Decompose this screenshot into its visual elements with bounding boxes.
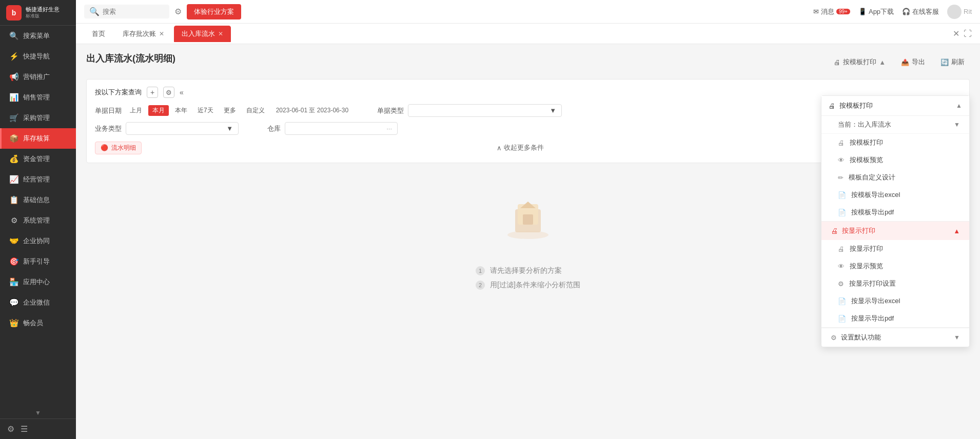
template-custom-label: 模板自定义设计 — [849, 173, 895, 182]
date-tab-prev-month[interactable]: 上月 — [126, 105, 146, 116]
sidebar-item-label: 新手引导 — [23, 257, 50, 266]
template-custom-icon: ✏ — [838, 174, 844, 182]
collapse-more-button[interactable]: ∧ 收起更多条件 — [497, 143, 544, 152]
filter-label: 按以下方案查询 — [95, 88, 142, 97]
sidebar-item-inventory[interactable]: 📦 库存核算 — [0, 128, 76, 149]
flow-detail-tag[interactable]: 🔴 流水明细 — [95, 142, 142, 154]
message-icon: ✉ — [813, 8, 819, 15]
bill-type-select[interactable]: ▼ — [408, 104, 562, 117]
business-type-select[interactable]: ▼ — [126, 122, 239, 135]
date-tab-current-month[interactable]: 本月 — [148, 105, 169, 116]
display-preview-icon: 👁 — [838, 263, 845, 270]
export-icon: 📤 — [901, 58, 909, 66]
warehouse-select[interactable]: ··· — [285, 122, 398, 135]
sidebar-item-finance[interactable]: 💰 资金管理 — [0, 149, 76, 169]
sidebar-item-enterprise[interactable]: 🤝 企业协同 — [0, 231, 76, 251]
display-section-icon: 🖨 — [831, 227, 838, 235]
template-export-pdf-item[interactable]: 📄 按模板导出pdf — [821, 204, 969, 221]
date-tab-year[interactable]: 本年 — [171, 105, 191, 116]
sidebar-item-sales[interactable]: 📊 销售管理 — [0, 87, 76, 108]
sidebar-item-label: 搜索菜单 — [23, 31, 50, 41]
display-print-item[interactable]: 🖨 按显示打印 — [821, 240, 969, 257]
template-print-item[interactable]: 🖨 按模板打印 — [821, 134, 969, 151]
customer-service-label: 在线客服 — [912, 7, 939, 16]
sidebar-item-label: 系统管理 — [23, 216, 50, 225]
tab-batch-account[interactable]: 库存批次账 ✕ — [115, 26, 172, 42]
sidebar-item-purchase[interactable]: 🛒 采购管理 — [0, 108, 76, 128]
sidebar-item-member[interactable]: 👑 畅会员 — [0, 313, 76, 333]
dropdown-chevron-up[interactable]: ▲ — [956, 102, 962, 109]
print-template-button[interactable]: 🖨 按模板打印 ▲ — [829, 55, 891, 69]
display-print-settings-item[interactable]: ⚙ 按显示打印设置 — [821, 275, 969, 292]
display-preview-label: 按显示预览 — [850, 262, 883, 271]
sidebar-item-marketing[interactable]: 📢 营销推广 — [0, 67, 76, 87]
sidebar-item-label: 快捷导航 — [23, 52, 50, 61]
collapse-more-label: 收起更多条件 — [504, 143, 544, 152]
filter-settings-button[interactable]: ⚙ — [163, 87, 174, 98]
settings-icon[interactable]: ⚙ — [174, 7, 182, 16]
bill-type-chevron: ▼ — [550, 107, 556, 114]
set-default-settings-item[interactable]: ⚙ 设置默认功能 ▼ — [821, 328, 969, 347]
sidebar-item-wechat[interactable]: 💬 企业微信 — [0, 292, 76, 313]
template-preview-item[interactable]: 👁 按模板预览 — [821, 151, 969, 169]
warehouse-field: 仓库 ··· — [267, 122, 398, 135]
display-export-excel-item[interactable]: 📄 按显示导出excel — [821, 292, 969, 310]
refresh-button[interactable]: 🔄 刷新 — [935, 55, 970, 69]
customer-service-button[interactable]: 🎧 在线客服 — [902, 7, 939, 16]
guide-icon: 🎯 — [9, 257, 19, 266]
sidebar-item-guide[interactable]: 🎯 新手引导 — [0, 251, 76, 272]
topbar-search-box[interactable]: 🔍 — [84, 5, 169, 18]
sidebar-item-label: 企业协同 — [23, 236, 50, 246]
display-section-header[interactable]: 🖨 按显示打印 ▲ — [821, 222, 969, 240]
filter-add-button[interactable]: + — [147, 87, 158, 98]
tab-batch-account-close[interactable]: ✕ — [159, 30, 164, 37]
tab-maximize-icon[interactable]: ⛶ — [964, 29, 972, 38]
sidebar-item-label: 应用中心 — [23, 277, 50, 287]
display-preview-item[interactable]: 👁 按显示预览 — [821, 257, 969, 275]
display-print-label: 按显示打印 — [850, 244, 883, 253]
main-content: 🔍 ⚙ 体验行业方案 ✉ 消息 99+ 📱 App下载 🎧 在线客服 Ri — [76, 0, 980, 439]
tab-flow[interactable]: 出入库流水 ✕ — [174, 26, 231, 42]
sidebar-item-system[interactable]: ⚙ 系统管理 — [0, 210, 76, 231]
purchase-icon: 🛒 — [9, 113, 19, 123]
user-area[interactable]: Rit — [947, 5, 972, 19]
filter-settings-icon: ⚙ — [166, 89, 172, 96]
export-button[interactable]: 📤 导出 — [896, 55, 930, 69]
current-label: 当前：出入库流水 — [838, 120, 891, 129]
date-tab-7days[interactable]: 近7天 — [193, 105, 218, 116]
app-download-icon: 📱 — [858, 8, 867, 15]
tab-restore-icon[interactable]: ✕ — [953, 29, 959, 38]
app-download-button[interactable]: 📱 App下载 — [858, 7, 894, 16]
search-input[interactable] — [103, 8, 164, 15]
date-tab-more[interactable]: 更多 — [220, 105, 240, 116]
sidebar-logo: b 畅捷通好生意 标准版 — [0, 0, 76, 26]
topbar: 🔍 ⚙ 体验行业方案 ✉ 消息 99+ 📱 App下载 🎧 在线客服 Ri — [76, 0, 980, 24]
page-title: 出入库流水(流水明细) — [86, 52, 175, 65]
sidebar-item-operation[interactable]: 📈 经营管理 — [0, 169, 76, 190]
sidebar-item-quick-nav[interactable]: ⚡ 快捷导航 — [0, 46, 76, 67]
print-dropdown-panel: 🖨 按模板打印 ▲ 当前：出入库流水 ▼ 🖨 按模板打印 👁 按模板预览 — [821, 95, 970, 347]
sidebar-item-label: 畅会员 — [23, 318, 43, 328]
date-tab-custom[interactable]: 自定义 — [242, 105, 269, 116]
message-button[interactable]: ✉ 消息 99+ — [813, 7, 850, 16]
tab-home[interactable]: 首页 — [84, 26, 113, 42]
industry-solution-button[interactable]: 体验行业方案 — [187, 4, 241, 19]
filter-collapse-button[interactable]: « — [180, 88, 184, 96]
display-export-pdf-item[interactable]: 📄 按显示导出pdf — [821, 310, 969, 327]
sidebar-item-search[interactable]: 🔍 搜索菜单 — [0, 26, 76, 46]
date-field: 单据日期 上月 本月 本年 近7天 更多 自定义 2023-06-01 至 20… — [95, 105, 348, 116]
template-print-icon: 🖨 — [838, 139, 845, 147]
sidebar-scroll-down[interactable]: ▼ — [0, 407, 76, 418]
current-chevron[interactable]: ▼ — [954, 121, 960, 128]
template-export-excel-item[interactable]: 📄 按模板导出excel — [821, 186, 969, 204]
template-print-label: 按模板打印 — [850, 138, 883, 147]
print-label: 按模板打印 — [843, 57, 876, 67]
sidebar-toggle-icon[interactable]: ☰ — [21, 424, 28, 434]
sidebar-item-appstore[interactable]: 🏪 应用中心 — [0, 272, 76, 292]
hint2-text: 用[过滤]条件来缩小分析范围 — [490, 281, 580, 289]
tab-flow-close[interactable]: ✕ — [218, 30, 223, 37]
sidebar-item-basic[interactable]: 📋 基础信息 — [0, 190, 76, 210]
display-export-pdf-icon: 📄 — [838, 315, 846, 323]
settings-bottom-icon[interactable]: ⚙ — [7, 424, 14, 434]
template-custom-item[interactable]: ✏ 模板自定义设计 — [821, 169, 969, 186]
